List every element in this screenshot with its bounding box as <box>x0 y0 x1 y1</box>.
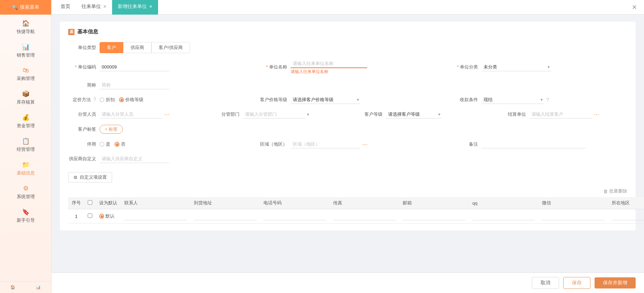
customer-price-select[interactable]: 请选择客户价格等级 <box>291 96 360 104</box>
supplier-custom-input[interactable] <box>100 155 169 163</box>
sidebar-bottom-home[interactable]: 🏠 <box>10 285 15 290</box>
guide-icon: 🔖 <box>22 208 30 216</box>
row-default-radio[interactable]: 默认 <box>99 213 117 219</box>
row-fax[interactable] <box>330 209 399 223</box>
sidebar-item-label: 库存核算 <box>17 99 35 105</box>
unit-type-both-button[interactable]: 客户/供应商 <box>151 42 190 53</box>
customer-level-select[interactable]: 请选择客户等级 <box>386 110 442 119</box>
unit-name-col: 单位名称 请输入往来单位名称 <box>259 59 437 75</box>
unit-code-input[interactable] <box>100 63 169 71</box>
short-name-input[interactable] <box>100 81 169 89</box>
fax-input[interactable] <box>333 212 396 220</box>
row-qq[interactable] <box>469 209 539 223</box>
unit-name-label: 单位名称 <box>259 64 291 70</box>
unit-category-select[interactable]: 未分类 <box>481 63 551 71</box>
batch-delete-label[interactable]: 批量删除 <box>609 188 627 194</box>
manager-label: 分管人员 <box>68 111 100 117</box>
close-new-partner-icon[interactable]: ✕ <box>149 4 152 9</box>
payment-help-icon[interactable]: ? <box>546 97 549 103</box>
short-name-label: 简称 <box>68 82 100 88</box>
footer: 取消 保存 保存并新增 <box>52 272 644 293</box>
sidebar-item-inventory[interactable]: 📦 库存核算 <box>0 85 51 109</box>
department-input[interactable] <box>243 110 306 119</box>
col-fax: 传真 <box>330 197 399 209</box>
qq-input[interactable] <box>472 212 535 220</box>
sidebar-item-operations[interactable]: 📋 经营管理 <box>0 132 51 156</box>
save-and-new-button[interactable]: 保存并新增 <box>595 277 636 288</box>
address-input[interactable] <box>194 212 257 220</box>
unit-name-input[interactable] <box>291 59 367 68</box>
manager-dots-button[interactable]: ··· <box>164 111 170 118</box>
email-input[interactable] <box>403 212 465 220</box>
row-email[interactable] <box>399 209 469 223</box>
select-all-checkbox[interactable] <box>88 200 92 205</box>
customer-price-label: 客户价格等级 <box>259 97 291 103</box>
region-input[interactable] <box>291 140 360 148</box>
contact-input[interactable] <box>124 212 187 220</box>
sidebar-item-sales[interactable]: 📊 销售管理 <box>0 38 51 62</box>
radio-price-level-label: 价格等级 <box>125 97 143 103</box>
unit-code-label: 单位编码 <box>68 64 100 70</box>
unit-info-row: 单位编码 单位名称 请输入往来单位名称 单位分类 <box>68 59 627 75</box>
radio-yes[interactable]: 是 <box>100 141 110 147</box>
sidebar-search[interactable]: 🔍 搜索菜单 <box>0 0 51 15</box>
row-default-label: 默认 <box>105 213 115 219</box>
row-address[interactable] <box>190 209 260 223</box>
sidebar-item-purchase[interactable]: 🛍 采购管理 <box>0 62 51 85</box>
pricing-method-label: 定价方法 ? <box>68 97 100 103</box>
unit-type-group: 客户 供应商 客户/供应商 <box>100 42 190 53</box>
row-phone[interactable] <box>260 209 330 223</box>
main-area: 首页 往来单位 ✕ 新增往来单位 ✕ ✕ 基 基本信息 单位类型 客户 供 <box>52 0 644 293</box>
tab-new-partner[interactable]: 新增往来单位 ✕ <box>112 0 158 15</box>
sidebar-item-finance[interactable]: 💰 资金管理 <box>0 109 51 132</box>
sidebar-bottom-stats[interactable]: 📊 <box>36 285 41 290</box>
row-default-cell: 默认 <box>96 209 121 223</box>
remark-input[interactable] <box>481 140 586 148</box>
sidebar-item-label: 经营管理 <box>17 146 35 153</box>
settlement-input[interactable] <box>529 110 592 119</box>
tab-bar: 首页 往来单位 ✕ 新增往来单位 ✕ ✕ <box>52 0 644 15</box>
unit-type-customer-button[interactable]: 客户 <box>100 42 123 53</box>
row-region[interactable] <box>608 209 644 223</box>
unit-type-supplier-button[interactable]: 供应商 <box>123 42 151 53</box>
content-area: 基 基本信息 单位类型 客户 供应商 客户/供应商 单位编码 <box>52 15 644 272</box>
close-all-tabs-button[interactable]: ✕ <box>628 3 641 11</box>
customer-price-select-wrapper: 请选择客户价格等级 ▾ <box>291 96 360 104</box>
customer-level-label: 客户等级 <box>355 111 386 117</box>
region-dots-button[interactable]: ··· <box>362 141 368 148</box>
wechat-input[interactable] <box>542 212 605 220</box>
tab-partners-label: 往来单位 <box>81 3 101 10</box>
row-checkbox[interactable] <box>88 213 92 218</box>
radio-discount[interactable]: 折扣 <box>100 97 115 103</box>
operations-icon: 📋 <box>22 137 30 145</box>
add-tag-button[interactable]: + 标签 <box>100 125 123 134</box>
payment-term-col: 收款条件 现结 ▾ ? <box>450 96 627 104</box>
radio-price-level[interactable]: 价格等级 <box>119 97 143 103</box>
settlement-dots-button[interactable]: ··· <box>594 111 599 118</box>
phone-input[interactable] <box>264 212 326 220</box>
close-partners-icon[interactable]: ✕ <box>103 4 107 9</box>
pricing-help-icon[interactable]: ? <box>93 97 96 102</box>
sidebar-item-quick-nav[interactable]: 🏠 快捷导航 <box>0 15 51 38</box>
save-button[interactable]: 保存 <box>563 277 590 289</box>
radio-yes-label: 是 <box>106 141 110 147</box>
manager-input[interactable] <box>100 110 162 119</box>
row-wechat[interactable] <box>539 209 608 223</box>
sidebar-item-basic-info[interactable]: 📁 基础信息 <box>0 156 51 180</box>
radio-no-label: 否 <box>121 141 125 147</box>
customize-settings-button[interactable]: ⚙ 自定义项设置 <box>68 172 112 182</box>
section-icon: 基 <box>68 29 74 35</box>
tab-home[interactable]: 首页 <box>55 0 76 15</box>
manager-row: 分管人员 ··· 分管部门 ▾ 客户等级 <box>68 110 627 119</box>
row-contact[interactable] <box>121 209 190 223</box>
sidebar-item-guide[interactable]: 🔖 新手引导 <box>0 203 51 227</box>
radio-no[interactable]: 否 <box>115 141 125 147</box>
payment-term-select[interactable]: 现结 <box>481 96 544 104</box>
sidebar-item-system[interactable]: ⚙ 系统管理 <box>0 180 51 203</box>
payment-term-label: 收款条件 <box>450 97 481 103</box>
region-table-input[interactable] <box>612 212 644 220</box>
cancel-button[interactable]: 取消 <box>532 277 559 289</box>
tab-partners[interactable]: 往来单位 ✕ <box>76 0 112 15</box>
disable-region-row: 停用 是 否 区域（地区） <box>68 140 627 148</box>
customer-level-col: 客户等级 请选择客户等级 ▾ <box>355 110 484 119</box>
